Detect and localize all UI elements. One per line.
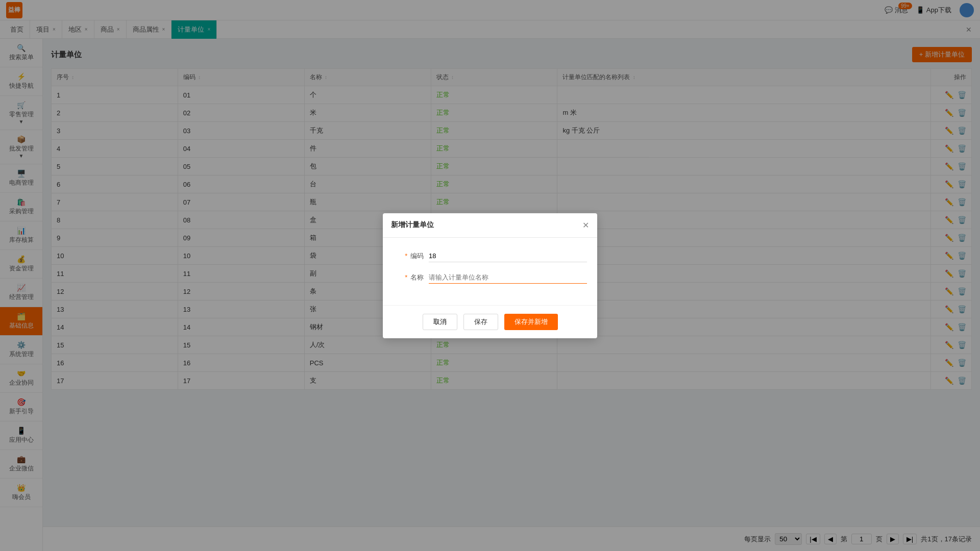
cancel-button[interactable]: 取消: [423, 314, 457, 330]
code-label: * 编码: [393, 252, 424, 261]
save-and-new-button[interactable]: 保存并新增: [504, 314, 558, 330]
modal-overlay: 新增计量单位 ✕ * 编码 * 名称 取消 保存 保存并新增: [0, 0, 980, 551]
name-label: * 名称: [393, 273, 424, 282]
name-form-row: * 名称: [393, 271, 587, 284]
save-button[interactable]: 保存: [463, 314, 498, 330]
name-input[interactable]: [429, 271, 587, 284]
modal-close-button[interactable]: ✕: [582, 220, 589, 230]
modal-title: 新增计量单位: [391, 220, 434, 230]
add-unit-modal: 新增计量单位 ✕ * 编码 * 名称 取消 保存 保存并新增: [383, 213, 597, 338]
code-required-mark: *: [405, 252, 407, 260]
code-input[interactable]: [429, 250, 587, 262]
modal-header: 新增计量单位 ✕: [383, 213, 597, 238]
modal-body: * 编码 * 名称: [383, 238, 597, 305]
name-required-mark: *: [405, 273, 407, 281]
code-form-row: * 编码: [393, 250, 587, 262]
modal-footer: 取消 保存 保存并新增: [383, 305, 597, 338]
